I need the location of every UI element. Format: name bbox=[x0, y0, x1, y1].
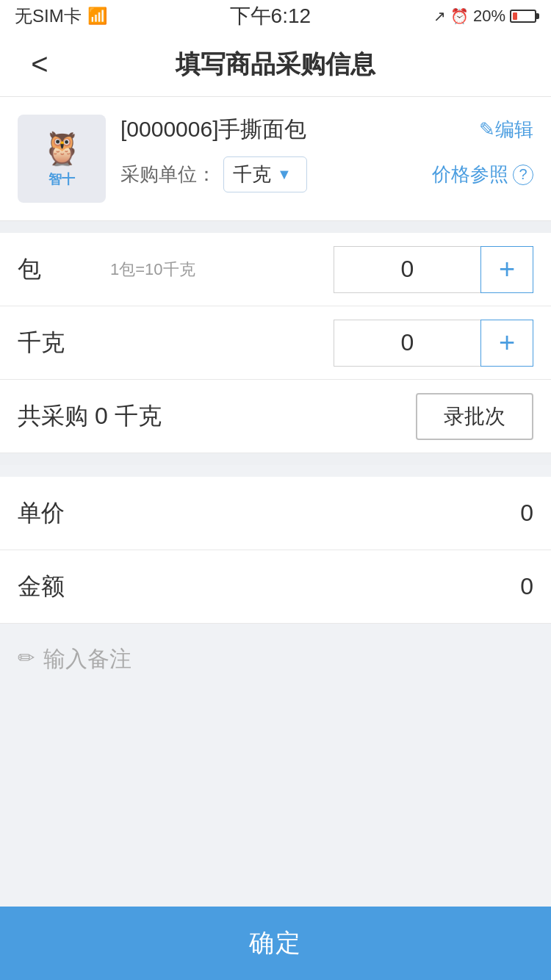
confirm-button[interactable]: 确定 bbox=[0, 907, 551, 980]
back-button[interactable]: < bbox=[18, 43, 62, 87]
product-image: 🦉 智十 bbox=[18, 115, 106, 203]
unit-row: 采购单位： 千克 ▼ 价格参照 ? bbox=[120, 156, 533, 192]
alarm-icon: ⏰ bbox=[450, 7, 469, 25]
unit-price-value: 0 bbox=[520, 500, 533, 527]
batch-button[interactable]: 录批次 bbox=[416, 393, 533, 440]
price-info-section: 单价 0 金额 0 bbox=[0, 477, 551, 624]
status-right: ↗ ⏰ 20% bbox=[433, 7, 536, 26]
edit-button[interactable]: ✎编辑 bbox=[479, 117, 533, 143]
bao-label: 包 bbox=[18, 253, 106, 286]
price-ref-label: 价格参照 bbox=[432, 162, 508, 187]
status-time: 下午6:12 bbox=[230, 2, 311, 30]
product-logo-text: 智十 bbox=[48, 170, 75, 188]
note-pencil-icon: ✏ bbox=[18, 646, 35, 670]
bao-qty-control: 0 + bbox=[334, 246, 533, 293]
battery-pct: 20% bbox=[473, 7, 505, 26]
summary-amount: 0 bbox=[95, 403, 108, 429]
amount-row: 金额 0 bbox=[0, 550, 551, 624]
product-card: 🦉 智十 [0000006]手撕面包 ✎编辑 采购单位： 千克 ▼ 价格参照 bbox=[0, 97, 551, 221]
unit-value: 千克 bbox=[233, 162, 271, 187]
page-title: 填写商品采购信息 bbox=[176, 48, 375, 82]
kg-input-row: 千克 0 + bbox=[0, 306, 551, 380]
note-placeholder-text: 输入备注 bbox=[43, 644, 132, 674]
bao-plus-button[interactable]: + bbox=[480, 246, 533, 293]
status-left: 无SIM卡 📶 bbox=[15, 4, 107, 28]
product-name-row: [0000006]手撕面包 ✎编辑 bbox=[120, 115, 533, 145]
summary-prefix: 共采购 bbox=[18, 403, 88, 429]
kg-label: 千克 bbox=[18, 327, 106, 359]
footer-space bbox=[0, 712, 551, 859]
location-icon: ↗ bbox=[433, 7, 446, 25]
summary-row: 共采购 0 千克 录批次 bbox=[0, 380, 551, 453]
product-logo-icon: 🦉 bbox=[42, 129, 82, 167]
amount-label: 金额 bbox=[18, 571, 65, 603]
section-divider-1 bbox=[0, 221, 551, 233]
bao-input-row: 包 1包=10千克 0 + bbox=[0, 233, 551, 306]
dropdown-arrow-icon: ▼ bbox=[277, 166, 292, 183]
unit-dropdown[interactable]: 千克 ▼ bbox=[223, 156, 307, 192]
wifi-icon: 📶 bbox=[87, 7, 107, 26]
price-ref-icon: ? bbox=[513, 165, 533, 185]
kg-plus-button[interactable]: + bbox=[480, 320, 533, 367]
product-info: [0000006]手撕面包 ✎编辑 采购单位： 千克 ▼ 价格参照 ? bbox=[120, 115, 533, 192]
product-name: [0000006]手撕面包 bbox=[120, 115, 306, 145]
note-area[interactable]: ✏ 输入备注 bbox=[0, 624, 551, 712]
amount-value: 0 bbox=[520, 573, 533, 600]
nav-bar: < 填写商品采购信息 bbox=[0, 32, 551, 97]
bao-qty-input[interactable]: 0 bbox=[334, 246, 480, 293]
kg-qty-control: 0 + bbox=[334, 320, 533, 367]
unit-label: 采购单位： bbox=[120, 162, 216, 187]
summary-text: 共采购 0 千克 bbox=[18, 400, 162, 433]
input-section: 包 1包=10千克 0 + 千克 0 + bbox=[0, 233, 551, 380]
unit-price-label: 单价 bbox=[18, 497, 65, 530]
battery-icon bbox=[510, 10, 536, 23]
kg-qty-input[interactable]: 0 bbox=[334, 320, 480, 367]
status-bar: 无SIM卡 📶 下午6:12 ↗ ⏰ 20% bbox=[0, 0, 551, 32]
section-divider-2 bbox=[0, 453, 551, 465]
unit-price-row: 单价 0 bbox=[0, 477, 551, 550]
bao-sub-label: 1包=10千克 bbox=[110, 259, 195, 281]
summary-suffix: 千克 bbox=[115, 403, 162, 429]
price-ref-button[interactable]: 价格参照 ? bbox=[432, 162, 533, 187]
carrier-text: 无SIM卡 bbox=[15, 4, 82, 28]
